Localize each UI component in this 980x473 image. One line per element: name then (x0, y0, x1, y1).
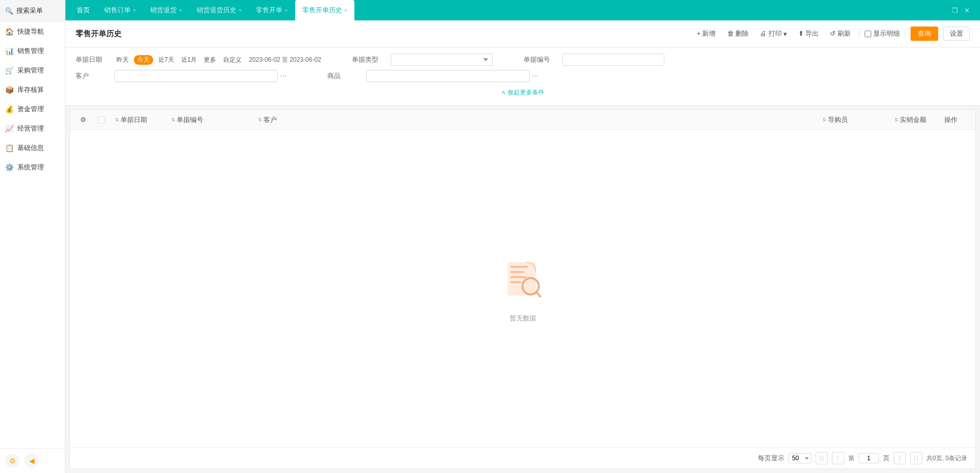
sidebar-item-sales-mgmt[interactable]: 📊 销售管理 (0, 41, 65, 61)
goods-picker-btn[interactable]: ··· (532, 72, 538, 80)
toolbar: + 新增 🗑 删除 🖨 打印 ▾ ⬆ 导出 ↺ 刷新 显 (694, 27, 970, 41)
table-column-date: ⇅ 单据日期 (111, 115, 167, 125)
goods-input-container: ··· (366, 70, 538, 82)
next-page-button[interactable]: ⟩ (894, 452, 906, 464)
query-button[interactable]: 查询 (911, 27, 938, 41)
svg-line-7 (536, 292, 540, 296)
toolbar-divider (859, 30, 859, 38)
sidebar-item-business-mgmt[interactable]: 📈 经营管理 (0, 119, 65, 138)
close-tab-sales-return-history[interactable]: × (238, 7, 242, 13)
display-detail-checkbox[interactable] (865, 31, 871, 37)
close-tab-retail-open[interactable]: × (284, 7, 288, 13)
sidebar-search[interactable]: 🔍 搜索采单 (0, 0, 65, 22)
date-range-display: 2023-06-02 至 2023-06-02 (249, 56, 321, 64)
finance-icon: 💰 (5, 105, 13, 113)
empty-text: 暂无数据 (510, 314, 536, 323)
add-button[interactable]: + 新增 (694, 28, 719, 40)
search-icon: 🔍 (5, 7, 13, 15)
top-nav: 首页 销售订单 × 销货退货 × 销货退货历史 × 零售开单 × 零售开单历史 … (65, 0, 980, 20)
close-tab-retail-open-history[interactable]: × (344, 7, 347, 13)
date-btn-yesterday[interactable]: 昨天 (114, 55, 131, 65)
close-tab-sales-order[interactable]: × (133, 7, 136, 13)
date-btn-7days[interactable]: 近7天 (156, 55, 176, 65)
main-area: 首页 销售订单 × 销货退货 × 销货退货历史 × 零售开单 × 零售开单历史 … (65, 0, 980, 473)
sidebar-item-quick-nav[interactable]: 🏠 快捷导航 (0, 22, 65, 41)
sidebar-item-label: 资金管理 (17, 105, 44, 114)
page-size-select[interactable]: 50 10 20 100 (788, 453, 811, 463)
collapse-sidebar-button[interactable]: ◀ (25, 454, 39, 468)
customer-picker-btn[interactable]: ··· (280, 72, 286, 80)
tab-sales-return[interactable]: 销货退货 × (143, 0, 189, 20)
sort-amount-icon[interactable]: ⇅ (894, 117, 898, 122)
date-btn-today[interactable]: 今天 (134, 55, 153, 65)
settings-button[interactable]: 设置 (943, 27, 970, 41)
goods-input[interactable] (366, 70, 530, 82)
export-button[interactable]: ⬆ 导出 (795, 28, 822, 40)
date-filter-label: 单据日期 (76, 55, 104, 64)
display-detail-toggle[interactable]: 显示明细 (865, 29, 900, 38)
collapse-filter-button[interactable]: ∧ 收起更多条件 (76, 86, 970, 99)
page-suffix: 页 (883, 454, 890, 463)
date-btn-custom[interactable]: 自定义 (221, 55, 244, 65)
customer-input[interactable] (114, 70, 278, 82)
page-title: 零售开单历史 (76, 29, 122, 39)
sidebar-item-system-mgmt[interactable]: ⚙️ 系统管理 (0, 158, 65, 177)
type-filter-label: 单据类型 (352, 55, 380, 64)
sort-salesperson-icon[interactable]: ⇅ (822, 117, 826, 122)
print-dropdown-arrow[interactable]: ▾ (783, 30, 787, 38)
table-column-action: 操作 (930, 115, 971, 125)
sort-order-no-icon[interactable]: ⇅ (171, 117, 175, 122)
delete-button[interactable]: 🗑 删除 (724, 28, 752, 40)
inventory-icon: 📦 (5, 86, 13, 94)
tab-sales-order[interactable]: 销售订单 × (97, 0, 143, 20)
table-column-settings[interactable]: ⚙ (74, 116, 92, 123)
sidebar-item-inventory[interactable]: 📦 库存核算 (0, 80, 65, 99)
last-page-button[interactable]: ⟩⟩ (910, 452, 922, 464)
sidebar-item-label: 库存核算 (17, 85, 44, 94)
goods-filter-label: 商品 (327, 71, 356, 81)
order-no-filter-label: 单据编号 (523, 55, 552, 64)
sidebar-item-purchase-mgmt[interactable]: 🛒 采购管理 (0, 61, 65, 80)
sidebar-item-label: 系统管理 (17, 163, 44, 172)
home-icon: 🏠 (5, 28, 13, 36)
filter-row-1: 单据日期 昨天 今天 近7天 近1月 更多 自定义 2023-06-02 至 2… (76, 54, 970, 66)
window-close-button[interactable]: ✕ (962, 6, 972, 15)
tab-sales-return-history[interactable]: 销货退货历史 × (189, 0, 249, 20)
svg-rect-3 (510, 276, 527, 278)
sort-customer-icon[interactable]: ⇅ (258, 117, 262, 122)
toolbar-divider-2 (905, 30, 905, 38)
svg-rect-4 (510, 281, 521, 283)
empty-icon (497, 255, 548, 306)
first-page-button[interactable]: ⟨⟨ (816, 452, 828, 464)
sidebar-item-label: 经营管理 (17, 124, 44, 133)
sidebar-item-label: 快捷导航 (17, 27, 44, 36)
type-filter-select[interactable] (391, 54, 493, 66)
sidebar-item-finance[interactable]: 💰 资金管理 (0, 99, 65, 119)
content-area: 零售开单历史 + 新增 🗑 删除 🖨 打印 ▾ ⬆ 导出 ↺ 刷新 (65, 20, 980, 473)
date-btn-1month[interactable]: 近1月 (179, 55, 199, 65)
tab-home[interactable]: 首页 (69, 0, 97, 20)
select-all-checkbox[interactable] (98, 116, 105, 123)
refresh-button[interactable]: ↺ 刷新 (827, 28, 854, 40)
tab-retail-open[interactable]: 零售开单 × (249, 0, 295, 20)
sidebar-item-label: 采购管理 (17, 66, 44, 75)
settings-bottom-icon[interactable]: ⚙ (5, 454, 19, 468)
window-restore-button[interactable]: ❐ (950, 6, 960, 15)
prev-page-button[interactable]: ⟨ (832, 452, 844, 464)
empty-state: 暂无数据 (70, 130, 975, 447)
close-tab-sales-return[interactable]: × (179, 7, 182, 13)
sidebar-item-basic-info[interactable]: 📋 基础信息 (0, 138, 65, 158)
tab-retail-open-history[interactable]: 零售开单历史 × (295, 0, 354, 20)
print-button[interactable]: 🖨 打印 ▾ (757, 28, 790, 40)
page-number-input[interactable] (858, 453, 879, 463)
table-column-customer: ⇅ 客户 (254, 115, 818, 125)
date-btn-more[interactable]: 更多 (202, 55, 218, 65)
sidebar-item-label: 基础信息 (17, 143, 44, 153)
table-column-checkbox[interactable] (92, 116, 111, 123)
order-no-input[interactable] (562, 54, 664, 66)
sort-date-icon[interactable]: ⇅ (115, 117, 119, 122)
sidebar-bottom: ⚙ ◀ (0, 448, 65, 473)
svg-point-6 (525, 281, 536, 291)
table-header: ⚙ ⇅ 单据日期 ⇅ 单据编号 ⇅ 客户 ⇅ 导购员 (70, 110, 975, 130)
table-column-salesperson: ⇅ 导购员 (818, 115, 869, 125)
